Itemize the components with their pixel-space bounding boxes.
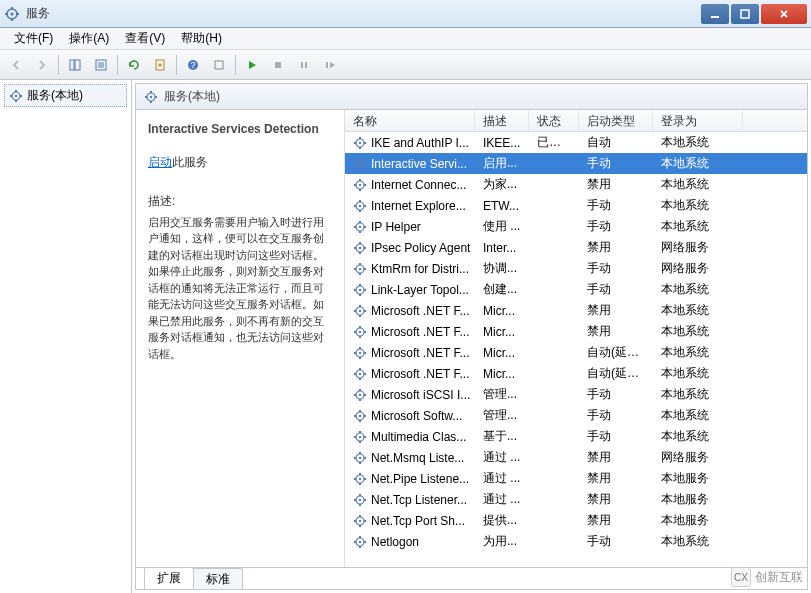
tree-node-services-local[interactable]: 服务(本地): [4, 84, 127, 107]
table-row[interactable]: Link-Layer Topol...创建...手动本地系统: [345, 279, 807, 300]
table-row[interactable]: Microsoft Softw...管理...手动本地系统: [345, 405, 807, 426]
column-status[interactable]: 状态: [529, 110, 579, 131]
gear-icon: [353, 304, 367, 318]
table-row[interactable]: Net.Tcp Listener...通过 ...禁用本地服务: [345, 489, 807, 510]
svg-rect-122: [354, 436, 356, 438]
cell-name: Internet Connec...: [345, 178, 475, 192]
column-name[interactable]: 名称: [345, 110, 475, 131]
refresh-button[interactable]: [122, 53, 146, 77]
table-row[interactable]: Microsoft iSCSI I...管理...手动本地系统: [345, 384, 807, 405]
table-row[interactable]: Net.Tcp Port Sh...提供...禁用本地服务: [345, 510, 807, 531]
start-button[interactable]: [240, 53, 264, 77]
menu-help[interactable]: 帮助(H): [173, 28, 230, 49]
table-row[interactable]: IKE and AuthIP I...IKEE...已启动自动本地系统: [345, 132, 807, 153]
cell-desc: Micr...: [475, 367, 529, 381]
table-row[interactable]: KtmRm for Distri...协调...手动网络服务: [345, 258, 807, 279]
svg-rect-39: [364, 142, 366, 144]
column-logon[interactable]: 登录为: [653, 110, 743, 131]
menu-file[interactable]: 文件(F): [6, 28, 61, 49]
svg-rect-20: [305, 62, 307, 68]
stop-button[interactable]: [266, 53, 290, 77]
close-button[interactable]: [761, 4, 807, 24]
svg-rect-30: [150, 91, 152, 93]
cell-name: Multimedia Clas...: [345, 430, 475, 444]
show-hide-tree-button[interactable]: [63, 53, 87, 77]
cell-logon: 本地系统: [653, 218, 743, 235]
export-button[interactable]: [148, 53, 172, 77]
filter-button[interactable]: [207, 53, 231, 77]
svg-rect-150: [359, 536, 361, 538]
svg-rect-33: [155, 96, 157, 98]
table-row[interactable]: Net.Pipe Listene...通过 ...禁用本地服务: [345, 468, 807, 489]
svg-rect-108: [359, 389, 361, 391]
cell-name: Microsoft Softw...: [345, 409, 475, 423]
tab-extended[interactable]: 扩展: [144, 567, 194, 590]
table-row[interactable]: Netlogon为用...手动本地系统: [345, 531, 807, 552]
column-desc[interactable]: 描述: [475, 110, 529, 131]
cell-logon: 本地系统: [653, 533, 743, 550]
cell-startup: 手动: [579, 260, 653, 277]
gear-icon: [353, 493, 367, 507]
svg-rect-134: [354, 478, 356, 480]
menu-action[interactable]: 操作(A): [61, 28, 117, 49]
svg-rect-44: [354, 163, 356, 165]
table-row[interactable]: IPsec Policy AgentInter...禁用网络服务: [345, 237, 807, 258]
table-row[interactable]: Multimedia Clas...基于...手动本地系统: [345, 426, 807, 447]
cell-status: 已启动: [529, 134, 579, 151]
menu-view[interactable]: 查看(V): [117, 28, 173, 49]
maximize-button[interactable]: [731, 4, 759, 24]
tree-panel: 服务(本地): [0, 80, 132, 593]
table-row[interactable]: Internet Explore...ETW...手动本地系统: [345, 195, 807, 216]
svg-rect-48: [359, 179, 361, 181]
svg-point-125: [359, 456, 361, 458]
tab-standard[interactable]: 标准: [193, 568, 243, 590]
svg-rect-37: [359, 147, 361, 149]
table-row[interactable]: Microsoft .NET F...Micr...禁用本地系统: [345, 321, 807, 342]
svg-rect-123: [364, 436, 366, 438]
svg-rect-121: [359, 441, 361, 443]
table-row[interactable]: Microsoft .NET F...Micr...自动(延迟...本地系统: [345, 342, 807, 363]
cell-startup: 手动: [579, 533, 653, 550]
cell-desc: Micr...: [475, 304, 529, 318]
svg-rect-141: [364, 499, 366, 501]
svg-point-23: [15, 94, 17, 96]
table-row[interactable]: Net.Msmq Liste...通过 ...禁用网络服务: [345, 447, 807, 468]
table-row[interactable]: Microsoft .NET F...Micr...禁用本地系统: [345, 300, 807, 321]
svg-rect-152: [354, 541, 356, 543]
svg-rect-80: [354, 289, 356, 291]
minimize-button[interactable]: [701, 4, 729, 24]
toolbar-separator: [58, 55, 59, 75]
forward-button[interactable]: [30, 53, 54, 77]
cell-name: Interactive Servi...: [345, 157, 475, 171]
table-row[interactable]: Microsoft .NET F...Micr...自动(延迟...本地系统: [345, 363, 807, 384]
cell-desc: 基于...: [475, 428, 529, 445]
svg-rect-93: [364, 331, 366, 333]
list-body[interactable]: IKE and AuthIP I...IKEE...已启动自动本地系统Inter…: [345, 132, 807, 567]
cell-desc: 通过 ...: [475, 449, 529, 466]
table-row[interactable]: Interactive Servi...启用...手动本地系统: [345, 153, 807, 174]
table-row[interactable]: Internet Connec...为家...禁用本地系统: [345, 174, 807, 195]
svg-rect-81: [364, 289, 366, 291]
cell-startup: 手动: [579, 386, 653, 403]
pause-button[interactable]: [292, 53, 316, 77]
svg-rect-25: [15, 100, 17, 102]
svg-rect-120: [359, 431, 361, 433]
svg-rect-133: [359, 483, 361, 485]
cell-desc: 为家...: [475, 176, 529, 193]
cell-startup: 禁用: [579, 176, 653, 193]
gear-icon: [353, 220, 367, 234]
cell-startup: 禁用: [579, 239, 653, 256]
table-row[interactable]: IP Helper使用 ...手动本地系统: [345, 216, 807, 237]
start-link[interactable]: 启动: [148, 155, 172, 169]
svg-rect-69: [364, 247, 366, 249]
svg-rect-109: [359, 399, 361, 401]
back-button[interactable]: [4, 53, 28, 77]
toolbar: ?: [0, 50, 811, 80]
gear-icon: [353, 514, 367, 528]
cell-desc: 为用...: [475, 533, 529, 550]
restart-button[interactable]: [318, 53, 342, 77]
column-startup[interactable]: 启动类型: [579, 110, 653, 131]
properties-button[interactable]: [89, 53, 113, 77]
help-button[interactable]: ?: [181, 53, 205, 77]
svg-rect-139: [359, 504, 361, 506]
